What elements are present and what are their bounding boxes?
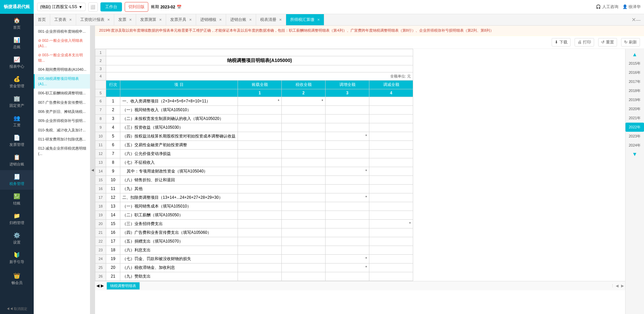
sidebar-item-salary[interactable]: 👥 工资 — [0, 112, 34, 131]
c2-cell[interactable] — [282, 158, 326, 167]
tab-close-icon[interactable]: ✕ — [159, 18, 162, 22]
c3-cell[interactable] — [326, 228, 369, 237]
c1-cell[interactable] — [238, 202, 282, 211]
c3-cell[interactable] — [326, 219, 369, 228]
c3-cell[interactable] — [326, 105, 369, 114]
sidebar-item-report[interactable]: 📈 报表中心 — [0, 53, 34, 72]
sheet-tab-detail[interactable]: 纳税调整明细表 — [106, 282, 140, 290]
c2-cell[interactable]: * — [282, 97, 326, 105]
sidebar-item-closing[interactable]: 💹 结账 — [0, 190, 34, 209]
calendar-icon[interactable]: 📅 — [177, 5, 182, 9]
xiangmu-cell[interactable]: （六）公允价值变动净损益 — [120, 149, 238, 158]
xiangmu-cell[interactable]: （九）赞助支出 — [120, 272, 238, 281]
year-item-2020[interactable]: 2020年 — [625, 104, 644, 114]
c4-cell[interactable]: * — [369, 219, 413, 228]
left-panel-item-006[interactable]: 006-职工薪酬纳税调整明细... — [34, 89, 90, 98]
sidebar-item-member[interactable]: 👑 畅会员 — [0, 269, 34, 289]
c4-cell[interactable] — [369, 140, 413, 149]
left-panel-item-009[interactable]: 009-企业所得税弥补亏损明... — [34, 116, 90, 125]
c4-cell[interactable] — [369, 105, 413, 114]
c1-cell[interactable] — [238, 105, 282, 114]
c3-cell[interactable] — [326, 123, 369, 132]
tab-invoice-issue[interactable]: 发票开具 ✕ — [166, 14, 196, 25]
c4-cell[interactable] — [369, 263, 413, 272]
hangci-cell[interactable]: 3 — [106, 114, 120, 123]
left-panel-item-008[interactable]: 008-资产折旧、摊销及纳税... — [34, 107, 90, 116]
year-item-2017[interactable]: 2017年 — [625, 77, 644, 86]
c1-cell[interactable] — [238, 140, 282, 149]
c3-cell[interactable] — [326, 184, 369, 193]
sidebar-item-finance[interactable]: 💰 资金管理 — [0, 72, 34, 92]
xiangmu-cell[interactable]: （七）罚金、罚款和被没收财物的损失 — [120, 254, 238, 263]
year-item-2019[interactable]: 2019年 — [625, 95, 644, 104]
sidebar-item-salesledger[interactable]: 📋 进销台账 — [0, 151, 34, 170]
hangci-cell[interactable]: 14 — [106, 211, 120, 219]
c1-cell[interactable] — [238, 114, 282, 123]
c3-cell[interactable] — [326, 158, 369, 167]
hangci-cell[interactable]: 1 — [106, 97, 120, 105]
c2-cell[interactable] — [282, 105, 326, 114]
c3-cell[interactable]: * — [326, 254, 369, 263]
hangci-cell[interactable]: 4 — [106, 123, 120, 132]
c4-cell[interactable] — [369, 158, 413, 167]
tab-close-icon[interactable]: ✕ — [279, 18, 282, 22]
hangci-cell[interactable]: 16 — [106, 228, 120, 237]
c1-cell[interactable] — [238, 263, 282, 272]
c2-cell[interactable] — [282, 202, 326, 211]
sidebar-item-archive[interactable]: 📁 归档管理 — [0, 209, 34, 229]
tab-salary[interactable]: 工资表 ✕ — [50, 14, 76, 25]
copy-icon-btn[interactable]: ⬜ — [88, 2, 98, 12]
left-panel-item-004[interactable]: 004-期间费用明细表(A1040... — [34, 65, 90, 74]
c4-cell[interactable] — [369, 193, 413, 202]
c1-cell[interactable] — [238, 237, 282, 246]
xiangmu-cell[interactable]: （三）投资收益（填写A105030） — [120, 123, 238, 132]
tab-tax-clear[interactable]: 税表清册 ✕ — [256, 14, 286, 25]
sidebar-item-ledger[interactable]: 📊 总账 — [0, 33, 34, 53]
c3-cell[interactable] — [326, 202, 369, 211]
old-version-button[interactable]: 切到旧版 — [125, 2, 148, 12]
c3-cell[interactable] — [326, 140, 369, 149]
left-panel-item-002[interactable]: ⊘ 002-一般企业收入明细表(A1... — [34, 36, 90, 51]
c3-cell[interactable] — [326, 272, 369, 281]
xiangmu-cell[interactable]: （四）按权益法核算长期股权投资对初始投资成本调整确认收益 — [120, 132, 238, 140]
tab-close-icon[interactable]: ✕ — [317, 18, 320, 22]
print-button[interactable]: 🖨 打印 — [575, 38, 594, 46]
unpin-button[interactable]: ◀◀ 取消固定 — [0, 304, 34, 314]
sidebar-item-home[interactable]: 🏠 首页 — [0, 14, 34, 33]
hangci-cell[interactable]: 8 — [106, 158, 120, 167]
sidebar-item-settings[interactable]: ⚙️ 设置 — [0, 229, 34, 248]
c3-cell[interactable] — [326, 114, 369, 123]
c4-cell[interactable] — [369, 149, 413, 158]
c4-cell[interactable] — [369, 176, 413, 184]
sidebar-item-invoice[interactable]: 📄 发票管理 — [0, 131, 34, 151]
c4-cell[interactable] — [369, 246, 413, 254]
c3-cell[interactable]: * — [326, 167, 369, 176]
tab-sales-ledger[interactable]: 进销台账 ✕ — [226, 14, 256, 25]
c2-cell[interactable] — [282, 167, 326, 176]
c4-cell[interactable] — [369, 202, 413, 211]
tab-close-icon[interactable]: ✕ — [107, 18, 110, 22]
close-all-tabs-button[interactable]: ✕ — — [628, 17, 644, 23]
xiangmu-cell[interactable]: （四）广告费和业务宣传费支出（填写A105060） — [120, 228, 238, 237]
refresh-button[interactable]: ↻ 刷新 — [621, 38, 640, 46]
xiangmu-cell[interactable]: （一）视同销售成本（填写A105010） — [120, 202, 238, 211]
reset-button[interactable]: ↺ 重置 — [598, 38, 617, 46]
c4-cell[interactable] — [369, 184, 413, 193]
c4-cell[interactable] — [369, 272, 413, 281]
c1-cell[interactable] — [238, 132, 282, 140]
hangci-cell[interactable]: 15 — [106, 219, 120, 228]
hangci-cell[interactable]: 12 — [106, 193, 120, 202]
scroll-right-icon[interactable]: ▶ — [621, 284, 624, 288]
xiangmu-cell[interactable]: （二）未按权责发生制原则确认的收入（填写A105020） — [120, 114, 238, 123]
c4-cell[interactable] — [369, 97, 413, 105]
xiangmu-cell[interactable]: （七）不征税收入 — [120, 158, 238, 167]
xiangmu-cell[interactable]: （六）利息支出 — [120, 246, 238, 254]
hangci-cell[interactable]: 18 — [106, 246, 120, 254]
left-panel-item-011[interactable]: 011-研发费用加计扣除优惠... — [34, 135, 90, 144]
c2-cell[interactable] — [282, 272, 326, 281]
c3-cell[interactable]: * — [326, 193, 369, 202]
c2-cell[interactable] — [282, 123, 326, 132]
year-item-2023[interactable]: 2023年 — [625, 132, 644, 141]
c1-cell[interactable] — [238, 167, 282, 176]
download-button[interactable]: ⬇ 下载 — [552, 38, 571, 46]
